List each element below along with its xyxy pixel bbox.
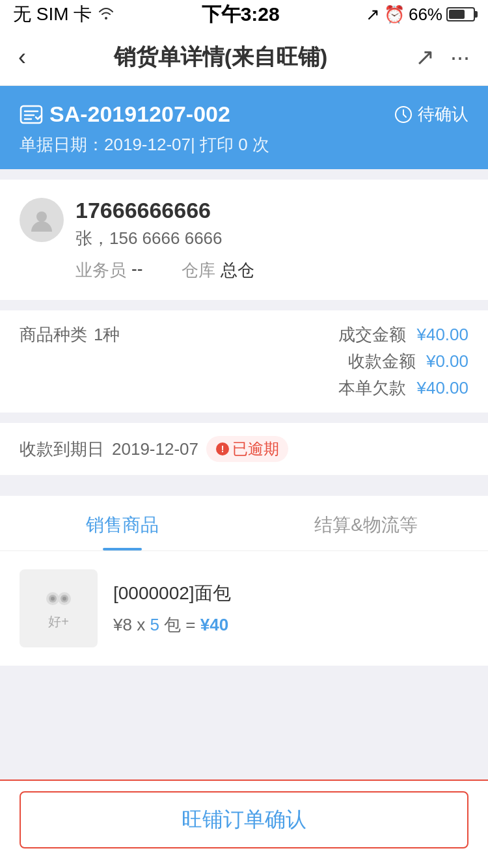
customer-card: 17666666666 张，156 6666 6666 业务员 -- 仓库 总仓 xyxy=(0,180,488,300)
warehouse-meta: 仓库 总仓 xyxy=(182,259,254,282)
svg-point-10 xyxy=(62,597,66,601)
order-header-top: SA-20191207-002 待确认 xyxy=(20,102,468,127)
received-value: ¥0.00 xyxy=(426,351,468,372)
sales-label: 业务员 xyxy=(75,259,126,282)
confirm-button[interactable]: 旺铺订单确认 xyxy=(20,791,468,848)
order-date: 2019-12-07 xyxy=(104,135,191,154)
order-icon xyxy=(20,105,43,124)
tab-sales-label: 销售商品 xyxy=(86,515,159,535)
tabs-section: 销售商品 结算&物流等 xyxy=(0,496,488,551)
due-date-label: 收款到期日 xyxy=(20,438,104,461)
status-bar: 无 SIM 卡 下午3:28 ↗ ⏰ 66% xyxy=(0,0,488,29)
user-icon xyxy=(29,207,55,233)
status-time: 下午3:28 xyxy=(202,1,280,28)
product-total: ¥40 xyxy=(200,615,228,634)
warehouse-label: 仓库 xyxy=(182,259,215,282)
order-status: 待确认 xyxy=(394,103,468,126)
nav-actions: ↗ ··· xyxy=(415,44,470,71)
avatar xyxy=(20,198,64,242)
received-label: 收款金额 xyxy=(348,350,416,373)
due-date-section: 收款到期日 2019-12-07 ! 已逾期 xyxy=(0,423,488,475)
product-qty: 5 xyxy=(150,615,159,634)
order-date-line: 单据日期：2019-12-07| 打印 0 次 xyxy=(20,133,468,156)
amount-label: 成交金额 xyxy=(338,323,406,346)
customer-phone: 17666666666 xyxy=(75,198,468,223)
status-indicators: ↗ ⏰ 66% xyxy=(366,5,475,25)
customer-name: 张，156 6666 6666 xyxy=(75,227,468,250)
order-number-text: SA-20191207-002 xyxy=(49,102,230,127)
svg-point-2 xyxy=(36,211,47,222)
product-price: ¥8 xyxy=(113,615,132,634)
divider-1 xyxy=(0,300,488,310)
clock-icon xyxy=(394,105,413,124)
status-text: 待确认 xyxy=(418,103,468,126)
wifi-icon xyxy=(97,8,115,21)
product-code: [0000002] xyxy=(113,583,195,603)
product-item: 好+ [0000002]面包 ¥8 x 5 包 = ¥40 xyxy=(0,551,488,666)
debt-label: 本单欠款 xyxy=(338,377,406,400)
product-type-value: 1种 xyxy=(94,323,120,346)
location-icon: ↗ xyxy=(366,5,380,25)
print-text: | 打印 0 次 xyxy=(191,135,269,154)
page-title: 销货单详情(来自旺铺) xyxy=(114,42,328,72)
product-price-line: ¥8 x 5 包 = ¥40 xyxy=(113,614,468,636)
due-date-value: 2019-12-07 xyxy=(112,439,198,459)
back-button[interactable]: ‹ xyxy=(18,44,26,71)
battery-icon xyxy=(446,7,475,21)
tab-sales-products[interactable]: 销售商品 xyxy=(0,496,244,550)
tab-settlement[interactable]: 结算&物流等 xyxy=(244,496,488,550)
order-number: SA-20191207-002 xyxy=(20,102,230,127)
divider-2 xyxy=(0,413,488,423)
nav-bar: ‹ 销货单详情(来自旺铺) ↗ ··· xyxy=(0,29,488,86)
product-title: 面包 xyxy=(195,583,231,603)
bottom-bar: 旺铺订单确认 xyxy=(0,780,488,868)
overdue-badge: ! 已逾期 xyxy=(206,436,288,462)
product-info: [0000002]面包 ¥8 x 5 包 = ¥40 xyxy=(113,581,468,636)
customer-meta: 业务员 -- 仓库 总仓 xyxy=(75,259,468,282)
date-label: 单据日期： xyxy=(20,135,104,154)
divider-3 xyxy=(0,475,488,485)
warehouse-value: 总仓 xyxy=(221,259,254,282)
svg-text:!: ! xyxy=(221,444,224,454)
alarm-icon: ⏰ xyxy=(384,5,405,25)
sales-value: -- xyxy=(131,259,142,282)
amount-row: 成交金额 ¥40.00 xyxy=(338,323,468,346)
warning-icon: ! xyxy=(215,442,230,456)
product-name: [0000002]面包 xyxy=(113,581,468,606)
overdue-text: 已逾期 xyxy=(232,439,279,459)
amount-summary: 成交金额 ¥40.00 收款金额 ¥0.00 本单欠款 ¥40.00 xyxy=(338,323,468,400)
bottom-area xyxy=(0,666,488,796)
sales-meta: 业务员 -- xyxy=(75,259,142,282)
share-icon[interactable]: ↗ xyxy=(415,44,435,71)
customer-section: 17666666666 张，156 6666 6666 业务员 -- 仓库 总仓 xyxy=(20,198,468,282)
product-thumbnail: 好+ xyxy=(20,569,98,647)
summary-section: 商品种类 1种 成交金额 ¥40.00 收款金额 ¥0.00 本单欠款 ¥40.… xyxy=(0,310,488,413)
svg-point-9 xyxy=(51,597,55,601)
debt-value: ¥40.00 xyxy=(416,378,468,398)
order-header: SA-20191207-002 待确认 单据日期：2019-12-07| 打印 … xyxy=(0,86,488,169)
received-row: 收款金额 ¥0.00 xyxy=(348,350,468,373)
carrier-text: 无 SIM 卡 xyxy=(13,2,92,27)
amount-value: ¥40.00 xyxy=(416,325,468,345)
customer-info: 17666666666 张，156 6666 6666 业务员 -- 仓库 总仓 xyxy=(75,198,468,282)
product-type: 商品种类 1种 xyxy=(20,323,120,346)
tab-settlement-label: 结算&物流等 xyxy=(314,515,418,535)
status-carrier: 无 SIM 卡 xyxy=(13,2,115,27)
product-logo-icon xyxy=(42,587,75,610)
product-type-label: 商品种类 xyxy=(20,323,87,346)
battery-percent: 66% xyxy=(409,5,442,25)
product-unit: 包 xyxy=(164,615,181,634)
debt-row: 本单欠款 ¥40.00 xyxy=(338,377,468,400)
product-logo-text: 好+ xyxy=(48,613,69,631)
more-icon[interactable]: ··· xyxy=(450,44,470,71)
